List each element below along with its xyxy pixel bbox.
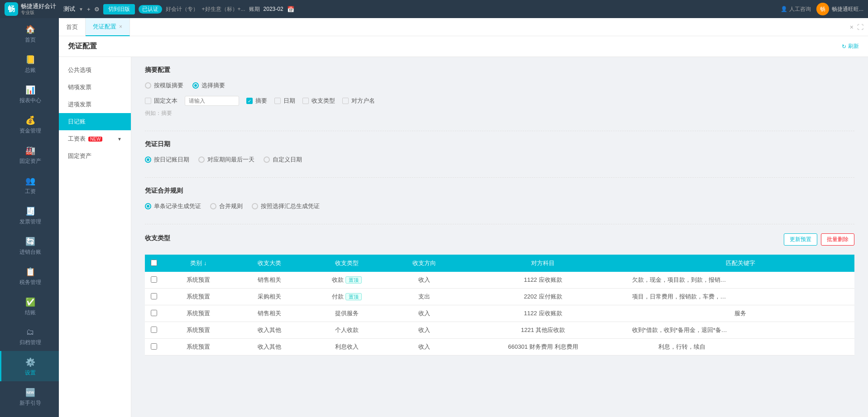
sidebar-label-reports: 报表中心: [19, 97, 41, 104]
row-1-top-tag[interactable]: 置顶: [345, 276, 362, 284]
checkbox-summary[interactable]: ✓ 摘要: [246, 97, 267, 105]
sidebar-label-archive: 归档管理: [19, 339, 41, 346]
row-4-direction: 收入: [388, 322, 460, 339]
row-checkbox-2: [145, 289, 163, 305]
fixed-assets-icon: 🏭: [25, 146, 35, 156]
left-nav-journal[interactable]: 日记账: [59, 113, 131, 130]
radio-custom-date-label: 自定义日期: [273, 156, 302, 164]
batch-delete-button[interactable]: 批量删除: [821, 233, 854, 246]
left-nav-public[interactable]: 公共选项: [59, 62, 131, 79]
left-nav-public-label: 公共选项: [68, 66, 91, 74]
sidebar-label-payroll: 工资: [25, 188, 36, 195]
radio-single-voucher[interactable]: 单条记录生成凭证: [145, 202, 201, 210]
row-3-keywords: 服务: [627, 305, 854, 322]
sidebar-label-funds: 资金管理: [19, 127, 41, 135]
sidebar-item-tax[interactable]: 📋 税务管理: [0, 261, 59, 291]
sidebar-item-invoice-mgmt[interactable]: 🧾 发票管理: [0, 200, 59, 230]
checkbox-box-counterpart: [342, 98, 349, 104]
radio-merge-rule[interactable]: 合并规则: [210, 202, 243, 210]
home-icon: 🏠: [25, 24, 35, 34]
radio-single-label: 单条记录生成凭证: [154, 202, 201, 210]
settings-sidebar-icon: ⚙️: [25, 357, 35, 367]
checkbox-fixed-text[interactable]: 固定文本: [145, 97, 177, 105]
radio-total-label: 按照选择汇总生成凭证: [261, 202, 320, 210]
refresh-button[interactable]: ↻ 刷新: [842, 43, 859, 50]
sidebar-item-ledger[interactable]: 📒 总账: [0, 48, 59, 79]
table-row: 系统预置 采购相关 付款 置顶 支出 2202 应付账款 项目，日常费用，报销款…: [145, 289, 854, 305]
avatar: 畅: [816, 3, 829, 15]
row-2-checkbox[interactable]: [151, 293, 157, 299]
row-4-keywords: 收到*借款，收到*备用金，退回*备用金，个人: [627, 322, 854, 339]
tab-close-icon[interactable]: ×: [119, 24, 122, 30]
table-row: 系统预置 收入其他 个人收款 收入 1221 其他应收款 收到*借款，收到*备用…: [145, 322, 854, 339]
sales-icon: 🔄: [25, 237, 35, 246]
sidebar-item-reports[interactable]: 📊 报表中心: [0, 79, 59, 109]
left-nav-payroll-table[interactable]: 工资表 NEW ▼: [59, 130, 131, 147]
add-icon[interactable]: +: [87, 6, 91, 13]
row-5-checkbox[interactable]: [151, 343, 157, 350]
tab-voucher-config[interactable]: 凭证配置 ×: [86, 18, 130, 36]
checkbox-date[interactable]: 日期: [274, 97, 295, 105]
checkbox-date-label: 日期: [283, 97, 295, 105]
left-nav-fixed-assets[interactable]: 固定资产: [59, 147, 131, 165]
period-value[interactable]: 2023-02: [264, 6, 283, 12]
left-nav-journal-label: 日记账: [68, 118, 86, 126]
checkbox-counterpart[interactable]: 对方户名: [342, 97, 375, 105]
sidebar-item-sales[interactable]: 🔄 进销台账: [0, 230, 59, 261]
row-2-top-tag[interactable]: 置顶: [345, 293, 362, 300]
table-header-checkbox: [145, 255, 163, 272]
row-5-direction: 收入: [388, 339, 460, 355]
left-nav-purchase-invoice[interactable]: 进项发票: [59, 96, 131, 113]
sidebar-item-guide[interactable]: 🆕 新手引导: [0, 381, 59, 412]
merge-radio-group: 单条记录生成凭证 合并规则 按照选择汇总生成凭证: [145, 202, 854, 210]
sidebar-item-settlement[interactable]: ✅ 结账: [0, 291, 59, 321]
sidebar-item-funds[interactable]: 💰 资金管理: [0, 109, 59, 139]
help-button[interactable]: 👤 人工咨询: [781, 5, 811, 13]
sidebar-item-archive[interactable]: 🗂 归档管理: [0, 321, 59, 351]
user-name: 畅捷通旺旺...: [832, 5, 863, 13]
company-name[interactable]: 测试: [63, 5, 75, 13]
sidebar-item-home[interactable]: 🏠 首页: [0, 18, 59, 48]
help-icon: 👤: [781, 6, 787, 12]
radio-custom-date[interactable]: 自定义日期: [264, 156, 302, 164]
sidebar-item-payroll[interactable]: 👥 工资: [0, 170, 59, 200]
row-2-category: 系统预置: [163, 289, 234, 305]
sidebar-item-fixed-assets[interactable]: 🏭 固定资产: [0, 139, 59, 170]
radio-template-summary[interactable]: 按模版摘要: [145, 81, 183, 90]
tab-close-window-icon[interactable]: ×: [850, 24, 854, 31]
sidebar-item-settings[interactable]: ⚙️ 设置: [0, 351, 59, 381]
update-preset-button[interactable]: 更新预置: [784, 233, 817, 246]
sidebar-item-member[interactable]: 👑 畅会员: [0, 412, 59, 417]
select-all-checkbox[interactable]: [151, 260, 157, 266]
settings-icon[interactable]: ⚙: [94, 6, 100, 13]
calendar-icon[interactable]: 📅: [287, 6, 294, 13]
radio-summary-total[interactable]: 按照选择汇总生成凭证: [252, 202, 320, 210]
checkbox-income-type-label: 收支类型: [312, 97, 335, 105]
checkbox-income-type[interactable]: 收支类型: [302, 97, 335, 105]
fixed-text-input[interactable]: [185, 96, 239, 106]
top-bar-main: 测试 ▼ + ⚙ 切到旧版 已认证 好会计（专） +好生意（标）+... 账期 …: [63, 4, 781, 14]
sidebar-label-sales: 进销台账: [19, 248, 41, 256]
tab-home[interactable]: 首页: [59, 18, 86, 36]
radio-select-summary[interactable]: 选择摘要: [192, 81, 225, 90]
expand-icon[interactable]: ▼: [117, 137, 122, 142]
company-arrow-icon[interactable]: ▼: [79, 7, 83, 12]
radio-period-last[interactable]: 对应期间最后一天: [198, 156, 254, 164]
logo-icon: 畅: [5, 2, 18, 16]
tab-fullscreen-icon[interactable]: ⛶: [857, 24, 863, 31]
tab-bar-right: × ⛶: [850, 24, 868, 31]
left-nav-sales-invoice[interactable]: 销项发票: [59, 79, 131, 96]
row-4-checkbox[interactable]: [151, 327, 157, 333]
table-header-category: 类别 ↓: [163, 255, 234, 272]
radio-journal-date[interactable]: 按日记账日期: [145, 156, 189, 164]
table-row: 系统预置 销售相关 提供服务 收入 1122 应收账款 服务: [145, 305, 854, 322]
user-profile[interactable]: 畅 畅捷通旺旺...: [816, 3, 863, 15]
date-section-title: 凭证日期: [145, 140, 854, 148]
row-3-checkbox[interactable]: [151, 310, 157, 316]
radio-circle-select: [192, 82, 199, 89]
row-2-direction: 支出: [388, 289, 460, 305]
funds-icon: 💰: [25, 115, 35, 125]
row-2-account: 2202 应付账款: [460, 289, 626, 305]
switch-version-button[interactable]: 切到旧版: [103, 4, 135, 14]
row-1-checkbox[interactable]: [151, 276, 157, 283]
